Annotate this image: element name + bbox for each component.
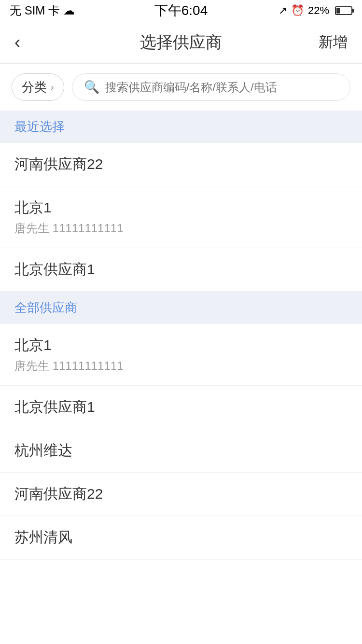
item-name: 杭州维达 bbox=[14, 441, 348, 461]
list-item[interactable]: 河南供应商22 bbox=[0, 473, 362, 516]
list-item[interactable]: 北京1唐先生 11111111111 bbox=[0, 186, 362, 248]
category-label: 分类 bbox=[22, 79, 47, 96]
all-section-header: 全部供应商 bbox=[0, 292, 362, 324]
search-bar[interactable]: 🔍 bbox=[72, 73, 350, 101]
location-icon: ↗ bbox=[278, 4, 287, 17]
list-item[interactable]: 北京供应商1 bbox=[0, 386, 362, 429]
sim-status: 无 SIM 卡 ☁ bbox=[10, 3, 75, 18]
item-name: 北京1 bbox=[14, 336, 348, 355]
status-left: 无 SIM 卡 ☁ bbox=[10, 3, 75, 18]
nav-bar: ‹ 选择供应商 新增 bbox=[0, 21, 362, 64]
battery-text: 22% bbox=[308, 4, 329, 17]
recent-list: 河南供应商22北京1唐先生 11111111111北京供应商1 bbox=[0, 143, 362, 292]
search-icon: 🔍 bbox=[84, 80, 99, 95]
item-name: 河南供应商22 bbox=[14, 484, 348, 504]
alarm-icon: ⏰ bbox=[291, 4, 304, 17]
back-button[interactable]: ‹ bbox=[14, 32, 43, 53]
list-item[interactable]: 北京供应商1 bbox=[0, 248, 362, 292]
item-sub: 唐先生 11111111111 bbox=[14, 221, 348, 236]
item-sub: 唐先生 11111111111 bbox=[14, 358, 348, 374]
battery-icon bbox=[335, 6, 352, 15]
status-bar: 无 SIM 卡 ☁ 下午6:04 ↗ ⏰ 22% bbox=[0, 0, 362, 21]
list-item[interactable]: 河南供应商22 bbox=[0, 143, 362, 186]
recent-section-label: 最近选择 bbox=[14, 119, 65, 134]
status-time: 下午6:04 bbox=[154, 1, 208, 20]
list-item[interactable]: 杭州维达 bbox=[0, 429, 362, 473]
item-name: 北京供应商1 bbox=[14, 397, 348, 417]
item-name: 北京1 bbox=[14, 198, 348, 218]
status-right: ↗ ⏰ 22% bbox=[278, 4, 352, 17]
page-title: 选择供应商 bbox=[140, 31, 222, 54]
list-item[interactable]: 北京1唐先生 11111111111 bbox=[0, 324, 362, 386]
item-name: 北京供应商1 bbox=[14, 260, 348, 280]
new-button[interactable]: 新增 bbox=[319, 32, 348, 52]
item-name: 河南供应商22 bbox=[14, 154, 348, 174]
chevron-right-icon: › bbox=[51, 82, 54, 93]
filter-bar: 分类 › 🔍 bbox=[0, 64, 362, 111]
category-button[interactable]: 分类 › bbox=[12, 73, 64, 101]
recent-section-header: 最近选择 bbox=[0, 111, 362, 143]
item-name: 苏州清风 bbox=[14, 528, 348, 547]
list-item[interactable]: 苏州清风 bbox=[0, 516, 362, 560]
all-list: 北京1唐先生 11111111111北京供应商1杭州维达河南供应商22苏州清风 bbox=[0, 324, 362, 560]
all-section-label: 全部供应商 bbox=[14, 300, 77, 315]
search-input[interactable] bbox=[105, 81, 338, 94]
